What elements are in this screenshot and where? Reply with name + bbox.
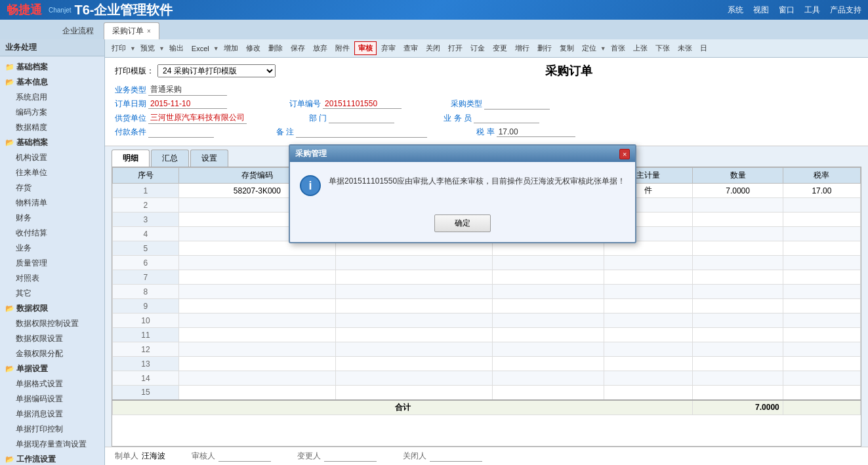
cell-name[interactable] <box>336 270 493 285</box>
excel-arrow-icon[interactable]: ▼ <box>213 45 219 52</box>
locate-arrow-icon[interactable]: ▼ <box>600 45 606 52</box>
table-row[interactable]: 12 <box>113 342 861 357</box>
tax-rate-value[interactable]: 17.00 <box>497 127 575 137</box>
cell-code[interactable] <box>178 256 335 270</box>
sidebar-group-workflow[interactable]: 📂 工作流设置 <box>0 452 104 465</box>
sidebar-item-permission-setup[interactable]: 数据权限设置 <box>0 331 104 346</box>
cell-tax[interactable] <box>783 227 860 241</box>
approve-button[interactable]: 审核 <box>354 41 377 55</box>
cell-qty[interactable] <box>693 270 783 285</box>
modify-button[interactable]: 修改 <box>243 42 264 54</box>
sidebar-group-basic-info[interactable]: 📂 基本信息 <box>0 75 104 90</box>
cell-name[interactable] <box>336 357 493 371</box>
cell-tax[interactable] <box>783 285 860 299</box>
tab-enterprise-flow[interactable]: 企业流程 <box>52 23 104 39</box>
table-row[interactable]: 14 <box>113 371 861 386</box>
open-button[interactable]: 打开 <box>445 42 466 54</box>
preview-arrow-icon[interactable]: ▼ <box>159 45 165 52</box>
supplier-value[interactable]: 三河世原汽车科技有限公司 <box>148 112 247 124</box>
cell-spec[interactable] <box>493 342 604 357</box>
cell-qty[interactable] <box>693 241 783 256</box>
print-button[interactable]: 打印 <box>108 42 129 54</box>
table-row[interactable]: 7 <box>113 270 861 285</box>
sidebar-item-payment[interactable]: 收付结算 <box>0 226 104 241</box>
sidebar-item-other[interactable]: 其它 <box>0 286 104 301</box>
cell-qty[interactable] <box>693 371 783 386</box>
sidebar-group-basic-archive[interactable]: 📂 基础档案 <box>0 135 104 150</box>
sidebar-item-bom[interactable]: 物料清单 <box>0 195 104 211</box>
sidebar-item-system-enable[interactable]: 系统启用 <box>0 90 104 105</box>
table-row[interactable]: 10 <box>113 313 861 328</box>
close-doc-button[interactable]: 关闭 <box>423 42 444 54</box>
cell-spec[interactable] <box>493 285 604 299</box>
cell-spec[interactable] <box>493 357 604 371</box>
table-row[interactable]: 6 <box>113 256 861 270</box>
cell-tax[interactable] <box>783 256 860 270</box>
sidebar-item-quality[interactable]: 质量管理 <box>0 256 104 271</box>
reject-approve-button[interactable]: 弃审 <box>378 42 399 54</box>
add-row-button[interactable]: 增行 <box>512 42 533 54</box>
cell-qty[interactable] <box>693 212 783 227</box>
cell-qty[interactable] <box>693 227 783 241</box>
cell-tax[interactable] <box>783 313 860 328</box>
sidebar-item-form-code[interactable]: 单据编码设置 <box>0 392 104 407</box>
cell-spec[interactable] <box>493 299 604 313</box>
cell-code[interactable] <box>178 357 335 371</box>
cell-qty[interactable] <box>693 313 783 328</box>
table-row[interactable]: 9 <box>113 299 861 313</box>
cell-tax[interactable] <box>783 270 860 285</box>
dialog-confirm-button[interactable]: 确定 <box>434 214 491 232</box>
cell-unit[interactable] <box>604 357 693 371</box>
cell-spec[interactable] <box>493 256 604 270</box>
delete-button[interactable]: 删除 <box>265 42 286 54</box>
locate-button[interactable]: 定位 <box>579 42 600 54</box>
sidebar-item-finance[interactable]: 财务 <box>0 211 104 226</box>
order-date-value[interactable]: 2015-11-10 <box>148 99 227 109</box>
preview-button[interactable]: 预览 <box>137 42 158 54</box>
cell-qty[interactable] <box>693 299 783 313</box>
cell-unit[interactable] <box>604 256 693 270</box>
export-button[interactable]: 输出 <box>166 42 187 54</box>
cell-unit[interactable] <box>604 386 693 400</box>
copy-button[interactable]: 复制 <box>556 42 577 54</box>
print-template-select[interactable]: 24 采购订单打印模版 <box>157 64 276 77</box>
cell-tax[interactable] <box>783 198 860 212</box>
salesperson-value[interactable] <box>474 113 539 123</box>
cell-name[interactable] <box>336 285 493 299</box>
cell-tax[interactable] <box>783 371 860 386</box>
sidebar-item-form-print[interactable]: 单据打印控制 <box>0 422 104 437</box>
sidebar-item-contacts[interactable]: 往来单位 <box>0 165 104 180</box>
locate-dropdown[interactable]: 定位 ▼ <box>579 42 606 54</box>
table-row[interactable]: 13 <box>113 357 861 371</box>
cell-code[interactable] <box>178 328 335 342</box>
cell-unit[interactable] <box>604 371 693 386</box>
cell-code[interactable] <box>178 386 335 400</box>
cell-unit[interactable] <box>604 342 693 357</box>
sidebar-item-data-precision[interactable]: 数据精度 <box>0 120 104 135</box>
prev-button[interactable]: 上张 <box>630 42 651 54</box>
cell-qty[interactable] <box>693 328 783 342</box>
cell-unit[interactable] <box>604 313 693 328</box>
cell-name[interactable] <box>336 386 493 400</box>
print-arrow-icon[interactable]: ▼ <box>130 45 136 52</box>
cell-qty[interactable] <box>693 256 783 270</box>
cell-code[interactable] <box>178 371 335 386</box>
sidebar-group-basic-files[interactable]: 📁 基础档案 <box>0 60 104 75</box>
nav-system[interactable]: 系统 <box>728 5 743 16</box>
sidebar-item-form-message[interactable]: 单据消息设置 <box>0 407 104 422</box>
sidebar-item-mapping[interactable]: 对照表 <box>0 271 104 286</box>
attachment-button[interactable]: 附件 <box>332 42 353 54</box>
sidebar-item-business[interactable]: 业务 <box>0 241 104 256</box>
save-button[interactable]: 保存 <box>287 42 308 54</box>
add-button[interactable]: 增加 <box>220 42 241 54</box>
cell-code[interactable] <box>178 299 335 313</box>
cell-tax[interactable]: 17.00 <box>783 184 860 198</box>
cell-code[interactable] <box>178 285 335 299</box>
nav-support[interactable]: 产品支持 <box>830 5 861 16</box>
last-button[interactable]: 未张 <box>674 42 695 54</box>
cell-name[interactable] <box>336 313 493 328</box>
print-dropdown[interactable]: 打印 ▼ <box>108 42 136 54</box>
cell-spec[interactable] <box>493 270 604 285</box>
cell-name[interactable] <box>336 342 493 357</box>
cell-tax[interactable] <box>783 342 860 357</box>
